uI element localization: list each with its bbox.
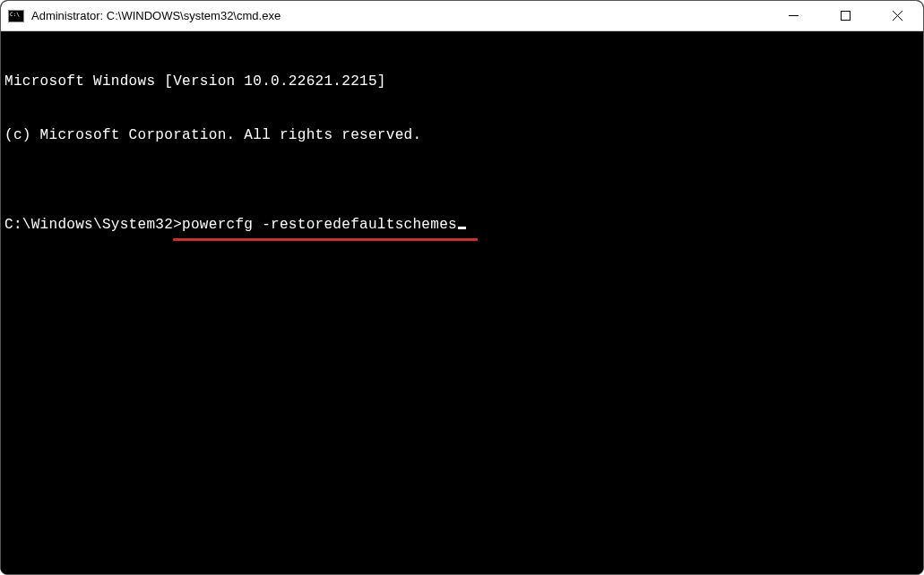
copyright-line: (c) Microsoft Corporation. All rights re… bbox=[4, 126, 920, 144]
cmd-icon bbox=[8, 10, 24, 22]
command-wrap: powercfg -restoredefaultschemes bbox=[182, 216, 466, 234]
minimize-icon bbox=[789, 11, 799, 21]
maximize-button[interactable] bbox=[819, 1, 871, 30]
maximize-icon bbox=[841, 11, 851, 21]
svg-rect-1 bbox=[841, 12, 850, 21]
titlebar-left: Administrator: C:\WINDOWS\system32\cmd.e… bbox=[8, 9, 281, 22]
cmd-window: Administrator: C:\WINDOWS\system32\cmd.e… bbox=[0, 0, 924, 575]
prompt-line: C:\Windows\System32>powercfg -restoredef… bbox=[4, 216, 920, 234]
terminal-area[interactable]: Microsoft Windows [Version 10.0.22621.22… bbox=[1, 31, 923, 574]
version-line: Microsoft Windows [Version 10.0.22621.22… bbox=[4, 73, 920, 90]
window-controls bbox=[767, 1, 923, 30]
red-underline-annotation bbox=[173, 238, 478, 241]
prompt-text: C:\Windows\System32> bbox=[4, 217, 182, 233]
cursor bbox=[458, 227, 466, 229]
command-text: powercfg -restoredefaultschemes bbox=[182, 217, 457, 233]
close-icon bbox=[893, 11, 902, 21]
minimize-button[interactable] bbox=[767, 1, 819, 30]
titlebar[interactable]: Administrator: C:\WINDOWS\system32\cmd.e… bbox=[1, 1, 923, 31]
close-button[interactable] bbox=[871, 1, 923, 30]
window-title: Administrator: C:\WINDOWS\system32\cmd.e… bbox=[31, 9, 281, 22]
